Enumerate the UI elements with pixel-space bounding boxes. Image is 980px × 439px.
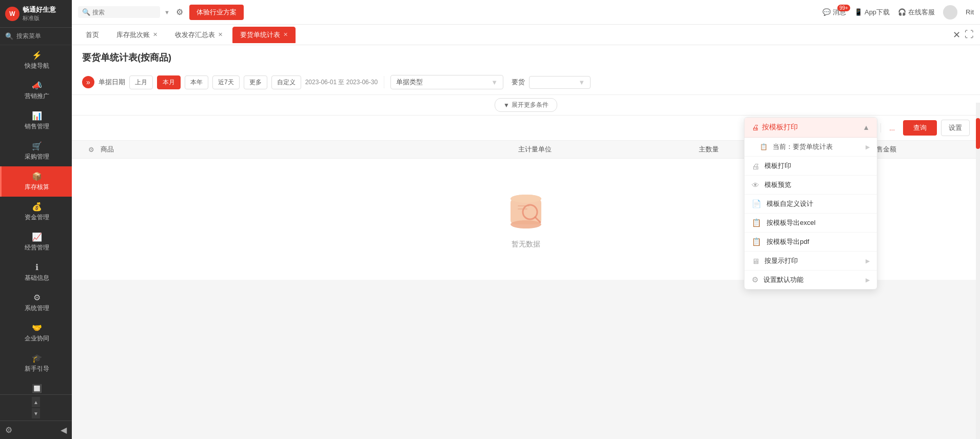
sidebar-item-apps[interactable]: 🔲 应用中心 xyxy=(0,378,72,394)
settings-button[interactable]: 设置 xyxy=(941,120,970,136)
date-btn-7days[interactable]: 近7天 xyxy=(212,75,240,89)
marketing-icon: 📣 xyxy=(32,81,42,90)
sidebar-item-purchase[interactable]: 🛒 采购管理 xyxy=(0,136,72,166)
query-button[interactable]: 查询 xyxy=(903,120,937,136)
close-win-icon[interactable]: ✕ xyxy=(953,29,961,41)
headset-icon: 🎧 xyxy=(898,8,906,16)
tab-close-order-summary[interactable]: ✕ xyxy=(283,31,288,38)
apps-icon: 🔲 xyxy=(32,384,42,393)
search-icon: 🔍 xyxy=(82,8,90,16)
set-default-label: 设置默认功能 xyxy=(763,275,803,284)
expand-win-icon[interactable]: ⛶ xyxy=(965,29,974,41)
right-scrollbar[interactable] xyxy=(976,103,980,439)
date-btn-this-year[interactable]: 本年 xyxy=(185,75,208,89)
current-template-label: 当前：要货单统计表 xyxy=(773,142,833,151)
search-input[interactable] xyxy=(92,9,144,16)
online-support-item[interactable]: 🎧 在线客服 xyxy=(898,8,935,17)
svg-point-2 xyxy=(511,220,541,228)
order-summary-label: 要货单统计表 xyxy=(240,30,280,40)
sidebar-nav: ⚡ 快捷导航 📣 营销推广 📊 销售管理 🛒 采购管理 📦 库存核算 💰 资金管… xyxy=(0,45,72,394)
sidebar-item-shortcut[interactable]: ⚡ 快捷导航 xyxy=(0,45,72,75)
expand-icon: ▼ xyxy=(503,102,509,109)
app-download-label: App下载 xyxy=(865,8,890,17)
set-default-arrow: ▶ xyxy=(866,277,870,283)
dropdown-close-button[interactable]: ▲ xyxy=(863,123,870,131)
dropdown-item-template-preview[interactable]: 👁 模板预览 xyxy=(744,176,877,195)
content-area: 要货单统计表(按商品) » 单据日期 上月 本月 本年 近7天 更多 自定义 2… xyxy=(72,45,980,439)
filter-toggle-button[interactable]: » xyxy=(82,76,94,88)
display-print-arrow: ▶ xyxy=(866,258,870,264)
type-filter-select[interactable]: 单据类型 ▼ xyxy=(390,75,503,89)
sidebar-item-collab[interactable]: 🤝 企业协同 xyxy=(0,318,72,348)
type-filter-arrow: ▼ xyxy=(491,79,498,86)
scrollbar-thumb[interactable] xyxy=(976,118,980,149)
business-icon: 📈 xyxy=(32,232,42,242)
collab-icon: 🤝 xyxy=(32,323,42,333)
trial-button[interactable]: 体验行业方案 xyxy=(189,5,244,20)
user-name[interactable]: Rit xyxy=(966,8,974,16)
sidebar-item-business[interactable]: 📈 经营管理 xyxy=(0,227,72,257)
template-design-label: 模板自定义设计 xyxy=(767,199,813,208)
date-btn-last-month[interactable]: 上月 xyxy=(129,75,153,89)
sidebar-scroll-up[interactable]: ▲ xyxy=(32,397,40,407)
dropdown-item-template-print[interactable]: 🖨 模板打印 xyxy=(744,157,877,176)
user-avatar xyxy=(943,5,957,20)
app-logo: W 畅通好生意 标准版 xyxy=(0,0,72,28)
notification-icon: 💬 xyxy=(822,8,831,16)
dropdown-header: 🖨 按模板打印 ▲ xyxy=(744,118,877,138)
sidebar-search[interactable]: 🔍 搜索菜单 xyxy=(0,28,72,45)
tab-receipt-summary[interactable]: 收发存汇总表 ✕ xyxy=(167,27,230,43)
order-filter-select[interactable]: ▼ xyxy=(529,76,591,89)
dropdown-menu: 🖨 按模板打印 ▲ 📋 当前：要货单统计表 ▶ 🖨 模板打印 👁 模板预览 xyxy=(744,117,877,290)
topbar-search-box[interactable]: 🔍 xyxy=(78,6,160,18)
app-download-item[interactable]: 📱 App下载 xyxy=(854,8,890,17)
tab-order-summary[interactable]: 要货单统计表 ✕ xyxy=(232,27,296,43)
col-settings[interactable]: ⚙ xyxy=(82,146,101,154)
expand-more-button[interactable]: ▼ 展开更多条件 xyxy=(495,98,557,112)
sidebar-item-system[interactable]: ⚙ 系统管理 xyxy=(0,288,72,318)
system-icon: ⚙ xyxy=(33,293,41,302)
collapse-icon[interactable]: ◀ xyxy=(61,425,67,435)
sidebar-item-basic[interactable]: ℹ 基础信息 xyxy=(0,257,72,288)
topbar-gear-icon[interactable]: ⚙ xyxy=(176,7,183,17)
dropdown-item-export-excel[interactable]: 📋 按模板导出excel xyxy=(744,214,877,233)
notification-item[interactable]: 💬 消息 99+ xyxy=(822,8,846,17)
user-avatar-item[interactable] xyxy=(943,5,957,20)
page-title: 要货单统计表(按商品) xyxy=(82,51,171,64)
filter-bar: » 单据日期 上月 本月 本年 近7天 更多 自定义 2023-06-01 至 … xyxy=(72,70,980,95)
date-btn-custom[interactable]: 自定义 xyxy=(271,75,301,89)
topbar-dropdown-arrow[interactable]: ▼ xyxy=(164,9,170,15)
col-product: 商品 xyxy=(101,145,448,154)
sidebar-bottom: ⚙ ◀ xyxy=(0,421,72,439)
logo-icon: W xyxy=(5,7,19,21)
tab-close-receipt-summary[interactable]: ✕ xyxy=(218,31,223,38)
date-btn-this-month[interactable]: 本月 xyxy=(157,75,181,89)
tab-home[interactable]: 首页 xyxy=(78,27,107,43)
sidebar-item-label: 基础信息 xyxy=(25,274,49,282)
display-print-icon: 🖥 xyxy=(752,257,759,265)
dropdown-item-template-design[interactable]: 📄 模板自定义设计 xyxy=(744,195,877,214)
tab-inventory-batch[interactable]: 库存批次账 ✕ xyxy=(109,27,165,43)
date-btn-more[interactable]: 更多 xyxy=(244,75,267,89)
dropdown-item-export-pdf[interactable]: 📋 按模板导出pdf xyxy=(744,233,877,252)
sidebar-item-guide[interactable]: 🎓 新手引导 xyxy=(0,348,72,378)
more-options-button[interactable]: ... xyxy=(885,122,899,134)
dropdown-item-display-print[interactable]: 🖥 按显示打印 ▶ xyxy=(744,252,877,271)
tab-close-inventory-batch[interactable]: ✕ xyxy=(153,31,158,38)
dropdown-current-template[interactable]: 📋 当前：要货单统计表 ▶ xyxy=(744,138,877,157)
search-label: 搜索菜单 xyxy=(16,32,41,41)
sidebar-item-finance[interactable]: 💰 资金管理 xyxy=(0,197,72,227)
expand-bar: ▼ 展开更多条件 xyxy=(72,95,980,116)
expand-label: 展开更多条件 xyxy=(512,101,548,109)
dropdown-item-set-default[interactable]: ⚙ 设置默认功能 ▶ xyxy=(744,271,877,289)
svg-point-3 xyxy=(511,195,541,203)
sidebar-scroll-down[interactable]: ▼ xyxy=(32,408,40,418)
settings-icon[interactable]: ⚙ xyxy=(5,425,12,435)
sidebar-item-label: 快捷导航 xyxy=(25,62,49,70)
sidebar-item-sales[interactable]: 📊 销售管理 xyxy=(0,106,72,136)
app-download-icon: 📱 xyxy=(854,8,863,16)
sidebar-item-inventory[interactable]: 📦 库存核算 xyxy=(0,166,72,197)
topbar: 🔍 ▼ ⚙ 体验行业方案 💬 消息 99+ 📱 App下载 🎧 在线客服 xyxy=(72,0,980,25)
set-default-icon: ⚙ xyxy=(752,275,758,284)
sidebar-item-marketing[interactable]: 📣 营销推广 xyxy=(0,75,72,106)
